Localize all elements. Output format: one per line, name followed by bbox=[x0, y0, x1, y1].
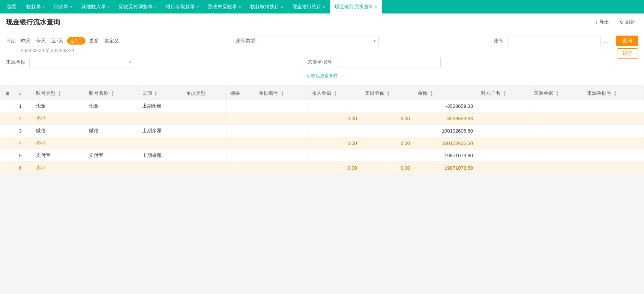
col-acct-name[interactable]: 账号名称 ▲▼ bbox=[85, 87, 138, 100]
col-source-doc-no[interactable]: 来源单据号 ▲▼ bbox=[583, 87, 644, 100]
row-acct-type-cell: 小计 bbox=[32, 112, 85, 125]
row-num-cell: 5 bbox=[15, 149, 32, 162]
table-row[interactable]: 4小计0.000.00100102606.60 bbox=[0, 137, 644, 149]
nav-tab-advance-offset[interactable]: 预收冲应收单 × bbox=[203, 0, 245, 13]
date-opt-today[interactable]: 今天 bbox=[35, 37, 47, 45]
row-gear-cell bbox=[0, 149, 15, 162]
table-row[interactable]: 6小计0.000.0019871073.60 bbox=[0, 162, 644, 174]
nav-tab-bank-flow[interactable]: 现金银行流水查询 × bbox=[330, 0, 382, 13]
export-icon: ↑ bbox=[596, 19, 598, 25]
source-doc-num-label: 来源单据号 bbox=[308, 59, 332, 66]
row-doc-no-cell bbox=[255, 100, 308, 112]
row-income-cell: 0.00 bbox=[308, 137, 361, 149]
col-counterparty[interactable]: 对方户名 ▲▼ bbox=[477, 87, 530, 100]
row-summary-cell bbox=[227, 149, 255, 162]
query-button[interactable]: 查询 bbox=[616, 36, 638, 46]
row-counterparty-cell bbox=[477, 100, 530, 112]
row-source-doc-cell bbox=[530, 100, 583, 112]
row-counterparty-cell bbox=[477, 137, 530, 149]
row-doc-type-cell bbox=[182, 125, 227, 137]
col-source-doc[interactable]: 来源单据 ▲▼ bbox=[530, 87, 583, 100]
table-row[interactable]: 2小计0.000.00-3528659.33 bbox=[0, 112, 644, 125]
close-bank-stats-icon[interactable]: × bbox=[323, 0, 325, 13]
account-dots-button[interactable]: ... bbox=[602, 37, 610, 44]
row-counterparty-cell bbox=[477, 125, 530, 137]
date-opt-more[interactable]: 更多 bbox=[88, 37, 101, 45]
sort-income-icon: ▲▼ bbox=[334, 91, 337, 97]
row-source-doc-no-cell bbox=[583, 149, 644, 162]
account-input[interactable] bbox=[507, 36, 601, 46]
nav-tab-payments[interactable]: 付款单 × bbox=[49, 0, 77, 13]
nav-tab-ar-adjust[interactable]: 应收应付调整单 × bbox=[114, 0, 161, 13]
date-opt-near1m[interactable]: 近1月 bbox=[67, 37, 86, 45]
col-acct-type[interactable]: 账号类型 ▲▼ bbox=[32, 87, 85, 100]
row-income-cell: 0.00 bbox=[308, 162, 361, 174]
close-advance-offset-icon[interactable]: × bbox=[239, 0, 241, 13]
nav-tab-verify-exec[interactable]: 收款核销执行 × bbox=[246, 0, 288, 13]
row-balance-cell: 19871073.60 bbox=[414, 162, 477, 174]
close-ar-adjust-icon[interactable]: × bbox=[154, 0, 156, 13]
row-acct-type-cell: 小计 bbox=[32, 162, 85, 174]
row-doc-type-cell bbox=[182, 137, 227, 149]
close-verify-exec-icon[interactable]: × bbox=[281, 0, 283, 13]
row-acct-name-cell: 支付宝 bbox=[85, 149, 138, 162]
close-bank-flow-icon[interactable]: × bbox=[375, 0, 377, 13]
col-expense[interactable]: 支出金额 ▲▼ bbox=[361, 87, 414, 100]
col-num: # bbox=[15, 87, 32, 100]
export-button[interactable]: ↑ 导出 bbox=[593, 17, 612, 27]
row-source-doc-no-cell bbox=[583, 137, 644, 149]
sort-counterparty-icon: ▲▼ bbox=[503, 91, 506, 97]
row-source-doc-cell bbox=[530, 137, 583, 149]
table-row[interactable]: 5支付宝支付宝上期余额19871073.60 bbox=[0, 149, 644, 162]
nav-tab-receipts[interactable]: 收款单 × bbox=[22, 0, 49, 13]
close-other-income-icon[interactable]: × bbox=[107, 0, 110, 13]
refresh-icon: ↻ bbox=[620, 19, 624, 25]
collapse-bar[interactable]: ∧ 收起更多条件 bbox=[6, 71, 638, 81]
table-container: ⚙ # 账号类型 ▲▼ 账号名称 ▲▼ 日期 ▲▼ 单据类型 bbox=[0, 87, 644, 174]
header-actions: ↑ 导出 ↻ 刷新 bbox=[593, 17, 638, 27]
row-expense-cell: 0.00 bbox=[361, 112, 414, 125]
col-doc-no[interactable]: 单据编号 ▲▼ bbox=[255, 87, 308, 100]
nav-tab-bank-deposit[interactable]: 银行存取款单 × bbox=[161, 0, 203, 13]
close-receipts-icon[interactable]: × bbox=[42, 0, 45, 13]
refresh-button[interactable]: ↻ 刷新 bbox=[617, 17, 638, 27]
col-gear[interactable]: ⚙ bbox=[0, 87, 15, 100]
date-opt-yesterday[interactable]: 昨天 bbox=[20, 37, 32, 45]
row-doc-type-cell bbox=[182, 149, 227, 162]
nav-tab-other-income[interactable]: 其他收入单 × bbox=[77, 0, 114, 13]
account-type-select[interactable] bbox=[259, 36, 379, 46]
nav-tab-bank-stats[interactable]: 现金银行统计 × bbox=[288, 0, 330, 13]
col-balance[interactable]: 余额 ▲▼ bbox=[414, 87, 477, 100]
close-payments-icon[interactable]: × bbox=[70, 0, 72, 13]
source-doc-num-input[interactable] bbox=[336, 57, 441, 67]
row-income-cell bbox=[308, 125, 361, 137]
table-row[interactable]: 1现金现金上期余额-3528659.33 bbox=[0, 100, 644, 112]
row-date-cell: 上期余额 bbox=[138, 125, 182, 137]
row-doc-no-cell bbox=[255, 149, 308, 162]
row-income-cell bbox=[308, 100, 361, 112]
row-gear-cell bbox=[0, 125, 15, 137]
row-acct-type-cell: 小计 bbox=[32, 137, 85, 149]
date-opt-custom[interactable]: 自定义 bbox=[103, 37, 120, 45]
row-expense-cell bbox=[361, 125, 414, 137]
date-label: 日期 bbox=[6, 37, 16, 44]
data-table: ⚙ # 账号类型 ▲▼ 账号名称 ▲▼ 日期 ▲▼ 单据类型 bbox=[0, 87, 644, 174]
source-doc-select[interactable] bbox=[29, 57, 134, 67]
settings-button[interactable]: 设置 bbox=[617, 48, 638, 59]
close-bank-deposit-icon[interactable]: × bbox=[197, 0, 199, 13]
filter-area: 日期 昨天 今天 近7天 近1月 更多 自定义 账号类型 ▾ bbox=[0, 31, 644, 85]
row-doc-type-cell bbox=[182, 100, 227, 112]
row-acct-type-cell: 现金 bbox=[32, 100, 85, 112]
row-acct-name-cell bbox=[85, 137, 138, 149]
date-opt-near7[interactable]: 近7天 bbox=[50, 37, 65, 45]
collapse-icon: ∧ bbox=[306, 73, 309, 79]
col-date[interactable]: 日期 ▲▼ bbox=[138, 87, 182, 100]
row-source-doc-no-cell bbox=[583, 162, 644, 174]
nav-home[interactable]: 首页 bbox=[2, 0, 22, 13]
row-source-doc-no-cell bbox=[583, 112, 644, 125]
col-income[interactable]: 收入金额 ▲▼ bbox=[308, 87, 361, 100]
row-summary-cell bbox=[227, 100, 255, 112]
account-input-area: ... bbox=[507, 36, 610, 46]
sort-balance-icon: ▲▼ bbox=[430, 91, 433, 97]
table-row[interactable]: 3微信微信上期余额100102606.60 bbox=[0, 125, 644, 137]
